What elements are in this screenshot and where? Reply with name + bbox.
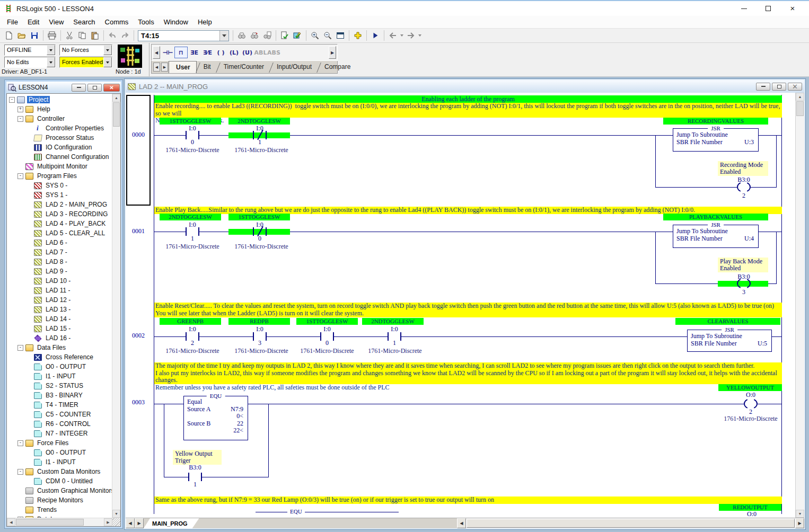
coil-bit[interactable]: 2 <box>728 192 760 199</box>
scroll-thumb[interactable] <box>467 519 795 528</box>
rung-number[interactable]: 0002 <box>128 332 149 340</box>
menu-item[interactable]: View <box>44 16 68 28</box>
tree-item[interactable]: - Data Files <box>7 343 112 352</box>
instruction-description[interactable]: REDPB <box>228 318 290 325</box>
tab-scroll-right[interactable]: ▶ <box>135 518 144 528</box>
contact-bit[interactable]: 3 <box>244 340 276 347</box>
instruction-description[interactable]: RECORDINGVALUES <box>663 118 768 125</box>
selected-rung-box[interactable] <box>126 95 151 206</box>
tree-item-label[interactable]: LAD 16 - <box>44 334 72 342</box>
jsr-box[interactable]: JSR Jump To Subroutine SBR File NumberU:… <box>673 128 759 152</box>
tree-item[interactable]: I1 - INPUT <box>7 371 112 381</box>
open-file-button[interactable] <box>15 29 28 42</box>
menu-item[interactable]: Help <box>193 16 217 28</box>
tree-item[interactable]: N7 - INTEGER <box>7 429 112 438</box>
undo-button[interactable] <box>106 29 119 42</box>
tree-item[interactable]: LAD 14 - <box>7 314 112 324</box>
instruction-button[interactable]: Ǝ⁄E <box>201 47 214 58</box>
menu-item[interactable]: Search <box>68 16 100 28</box>
tree-item[interactable]: - Program Files <box>7 171 112 181</box>
tree-item-label[interactable]: Help <box>36 105 52 113</box>
menu-item[interactable]: Comms <box>100 16 134 28</box>
tree-item[interactable]: - Force Files <box>7 438 112 448</box>
tree-item-label[interactable]: Controller <box>36 115 66 122</box>
address-combo[interactable]: T4:15 <box>138 30 229 41</box>
jsr-box[interactable]: JSR Jump To Subroutine SBR File NumberU:… <box>673 225 759 248</box>
scroll-right-arrow[interactable]: ▶ <box>104 518 112 526</box>
rung-number[interactable]: 0001 <box>128 227 149 235</box>
ote-coil[interactable] <box>737 279 751 288</box>
edits-select[interactable]: No Edits <box>4 57 56 68</box>
instruction-button[interactable]: ⊣⊢ <box>161 47 174 58</box>
tree-item[interactable]: Trends <box>7 505 112 515</box>
tree-item-label[interactable]: LAD 10 - <box>44 277 72 285</box>
tabs-scroll-left[interactable]: ◀ <box>153 63 160 72</box>
tree-item-label[interactable]: LAD 6 - <box>44 239 69 246</box>
tree-item[interactable]: SYS 0 - <box>7 181 112 190</box>
contact-bit[interactable]: 0 <box>311 340 343 347</box>
instruction-description[interactable]: PLAYBACKVALUES <box>663 214 768 220</box>
scroll-track[interactable] <box>112 127 120 510</box>
ladder-window-titlebar[interactable]: LAD 2 -- MAIN_PROG ✕ <box>126 80 804 93</box>
tree-item[interactable]: S2 - STATUS <box>7 381 112 391</box>
minimize-button[interactable] <box>732 2 756 15</box>
menu-item[interactable]: Tools <box>133 16 159 28</box>
find-next-button[interactable] <box>248 29 261 42</box>
scroll-thumb[interactable] <box>113 102 120 127</box>
coil-address[interactable]: O:0 <box>735 392 767 398</box>
tree-item[interactable]: SYS 1 - <box>7 190 112 200</box>
scroll-right-arrow[interactable]: ▶ <box>795 518 804 528</box>
redo-button[interactable] <box>119 29 131 42</box>
tree-close-button[interactable]: ✕ <box>103 84 120 92</box>
tree-item-label[interactable]: Channel Configuration <box>44 153 110 161</box>
tree-item[interactable]: I1 - INPUT <box>7 457 112 467</box>
instruction-description[interactable]: 2NDTOGGLESW <box>362 318 424 325</box>
tree-item[interactable]: B3 - BINARY <box>7 391 112 400</box>
mode-dropdown[interactable] <box>47 45 55 55</box>
tree-item-label[interactable]: Project <box>27 96 50 103</box>
ladder-canvas[interactable]: Enabling each ladder of the program 0000… <box>126 93 795 518</box>
tree-item-label[interactable]: O0 - OUTPUT <box>44 449 87 456</box>
forces-dropdown[interactable] <box>103 45 112 55</box>
instruction-description[interactable]: 2NDTOGGLESW <box>160 214 221 220</box>
tree-item-label[interactable]: LAD 7 - <box>44 249 69 256</box>
xic-contact[interactable] <box>188 473 202 481</box>
zoom-out-button[interactable] <box>321 29 334 42</box>
new-component-button[interactable] <box>351 29 364 42</box>
tree-item-label[interactable]: LAD 15 - <box>44 325 72 332</box>
tree-window-titlebar[interactable]: LESSON4 ✕ <box>6 82 121 93</box>
tree-item[interactable]: LAD 10 - <box>7 276 112 286</box>
close-button[interactable]: × <box>780 2 805 15</box>
tree-item-label[interactable]: LAD 2 - MAIN_PROG <box>44 201 109 208</box>
tree-item-label[interactable]: LAD 5 - CLEAR_ALL <box>44 229 107 237</box>
tree-item-label[interactable]: CDM 0 - Untitled <box>44 477 94 485</box>
tree-item[interactable]: LAD 7 - <box>7 247 112 257</box>
tree-expander[interactable]: - <box>17 440 23 446</box>
tree-item-label[interactable]: C5 - COUNTER <box>44 411 92 418</box>
zoom-in-button[interactable] <box>309 29 321 42</box>
copy-button[interactable] <box>76 29 89 42</box>
tree-item[interactable]: O0 - OUTPUT <box>7 448 112 457</box>
tree-item[interactable]: Controller Properties <box>7 123 112 133</box>
tree-item-label[interactable]: LAD 9 - <box>44 268 69 275</box>
tree-item-label[interactable]: R6 - CONTROL <box>44 420 92 428</box>
tree-item[interactable]: CDM 0 - Untitled <box>7 476 112 486</box>
tree-expander[interactable]: - <box>17 173 23 179</box>
edits-dropdown[interactable] <box>47 57 55 67</box>
equ-source-b-address[interactable]: 22 <box>237 420 243 428</box>
instruction-description[interactable]: 1STTOGGLESW <box>160 118 221 125</box>
jsr-value[interactable]: U:4 <box>744 235 754 243</box>
tree-item[interactable]: LAD 3 - RECORDING <box>7 209 112 219</box>
scroll-down-arrow[interactable]: ▼ <box>112 510 120 518</box>
tree-expander[interactable]: - <box>9 97 15 103</box>
rung-comment[interactable]: Enable Reset/Clear..... To clear the val… <box>154 303 782 317</box>
tree-item[interactable]: LAD 16 - <box>7 333 112 343</box>
tree-expander[interactable]: - <box>17 345 23 351</box>
tree-item-label[interactable]: T4 - TIMER <box>44 401 80 409</box>
tree-item-label[interactable]: LAD 8 - <box>44 258 69 265</box>
tree-item-label[interactable]: O0 - OUTPUT <box>44 363 87 370</box>
tree-item[interactable]: LAD 6 - <box>7 238 112 247</box>
menu-item[interactable]: File <box>2 16 23 28</box>
coil-bit[interactable]: 3 <box>728 289 760 296</box>
tree-restore-button[interactable] <box>87 84 102 92</box>
